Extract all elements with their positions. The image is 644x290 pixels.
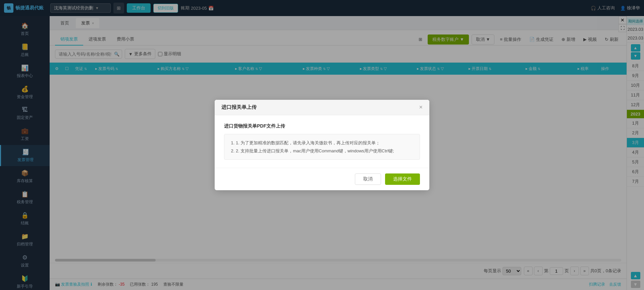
modal-info-item-1: 1. 为了更加精准的数据匹配，请先录入海关缴款书，再上传对应的报关单； — [236, 139, 414, 147]
modal-close-button[interactable]: × — [419, 104, 423, 111]
modal-footer: 取消 选择文件 — [215, 168, 429, 190]
modal-cancel-button[interactable]: 取消 — [355, 173, 381, 185]
modal-section-title: 进口货物报关单PDF文件上传 — [224, 123, 420, 129]
modal-select-file-button[interactable]: 选择文件 — [385, 173, 420, 185]
modal-overlay: 进口报关单上传 × 进口货物报关单PDF文件上传 1. 为了更加精准的数据匹配，… — [0, 0, 644, 290]
modal-title: 进口报关单上传 — [221, 104, 257, 111]
modal-body: 进口货物报关单PDF文件上传 1. 为了更加精准的数据匹配，请先录入海关缴款书，… — [215, 115, 429, 168]
modal-info-item-2: 2. 支持批量上传进口报关单，mac用户使用Command键，windows用户… — [236, 147, 414, 155]
modal-info-box: 1. 为了更加精准的数据匹配，请先录入海关缴款书，再上传对应的报关单； 2. 支… — [224, 134, 420, 160]
import-customs-modal: 进口报关单上传 × 进口货物报关单PDF文件上传 1. 为了更加精准的数据匹配，… — [215, 100, 429, 190]
modal-header: 进口报关单上传 × — [215, 100, 429, 115]
